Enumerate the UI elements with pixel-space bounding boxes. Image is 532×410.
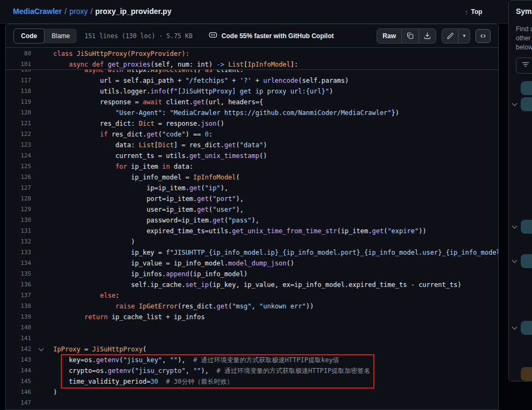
line-number[interactable]: 137 xyxy=(6,290,31,301)
edit-dropdown-caret[interactable]: ▾ xyxy=(459,29,470,43)
line-number[interactable]: 145 xyxy=(6,376,31,387)
gutter-fold-slot xyxy=(31,398,53,408)
copy-icon[interactable] xyxy=(402,29,419,43)
gutter-fold-slot xyxy=(31,129,53,140)
symbols-filter-button[interactable] xyxy=(516,57,532,74)
symbol-chevron-spacer xyxy=(513,372,516,376)
scroll-to-top-button[interactable]: ↑ Top xyxy=(465,6,483,18)
code-line-text: ip=ip_item.get("ip"), xyxy=(53,183,228,193)
code-line-row: 80class JiSuHttpProxy(ProxyProvider): xyxy=(6,48,498,59)
highlight-annotation-box xyxy=(61,354,374,389)
symbols-panel-description-line: below or in the code. xyxy=(516,43,532,52)
line-number[interactable]: 140 xyxy=(6,322,31,333)
line-number[interactable]: 127 xyxy=(6,183,31,193)
fold-chevron-icon[interactable] xyxy=(39,346,44,351)
code-line-row: 133 ip_key = f"JISUHTTP_{ip_info_model.i… xyxy=(6,247,498,258)
line-number[interactable]: 146 xyxy=(6,387,31,398)
gutter-fold-slot xyxy=(31,204,53,215)
line-number[interactable]: 126 xyxy=(6,172,31,183)
symbols-panel-icon[interactable] xyxy=(476,29,491,43)
line-number[interactable]: 136 xyxy=(6,279,31,290)
line-number[interactable]: 129 xyxy=(6,204,31,215)
gutter-fold-slot xyxy=(31,193,53,204)
line-number[interactable]: 117 xyxy=(6,75,31,86)
line-number[interactable]: 138 xyxy=(6,301,31,312)
line-number[interactable]: 133 xyxy=(6,247,31,258)
gutter-fold-slot xyxy=(31,172,53,183)
symbol-list-item xyxy=(513,254,532,268)
code-line-text: url = self.api_path + "/fetchips" + '?' … xyxy=(53,75,349,86)
gutter-fold-slot xyxy=(31,59,53,70)
line-number[interactable]: 124 xyxy=(6,150,31,161)
line-number[interactable]: 134 xyxy=(6,258,31,269)
code-line-row: 124 current_ts = utils.get_unix_timestam… xyxy=(6,150,498,161)
code-line-row: 125 for ip_item in data: xyxy=(6,161,498,172)
breadcrumb-repo-link[interactable]: MediaCrawler xyxy=(13,7,62,16)
code-line-row: 130 password=ip_item.get("pass"), xyxy=(6,215,498,226)
line-number[interactable]: 128 xyxy=(6,193,31,204)
file-info-text: 151 lines (130 loc) · 5.75 KB xyxy=(84,32,193,40)
line-number[interactable]: 101 xyxy=(6,59,31,70)
code-line-row: 146) xyxy=(6,387,498,398)
line-number[interactable]: 125 xyxy=(6,161,31,172)
line-number[interactable]: 132 xyxy=(6,236,31,247)
symbol-chevron-icon[interactable] xyxy=(512,101,517,106)
toolbar-actions: Raw xyxy=(377,28,494,44)
gutter-fold-slot xyxy=(31,387,53,398)
line-number[interactable]: 147 xyxy=(6,398,31,408)
line-number[interactable]: 80 xyxy=(6,48,31,59)
code-line-row: 120 "User-Agent": "MediaCrawler https://… xyxy=(6,107,498,118)
gutter-fold-slot xyxy=(31,161,53,172)
code-line-row: 126 ip_info_model = IpInfoModel( xyxy=(6,172,498,183)
line-number[interactable]: 139 xyxy=(6,312,31,322)
line-number[interactable]: 118 xyxy=(6,86,31,97)
symbol-chip[interactable] xyxy=(521,367,532,381)
copilot-icon xyxy=(209,31,217,41)
tab-blame[interactable]: Blame xyxy=(45,28,77,44)
line-number[interactable]: 135 xyxy=(6,269,31,279)
line-number[interactable]: 143 xyxy=(6,355,31,365)
gutter-fold-slot xyxy=(31,355,53,365)
copilot-banner[interactable]: Code 55% faster with GitHub Copilot xyxy=(209,31,334,41)
gutter-fold-slot xyxy=(31,322,53,333)
line-number[interactable]: 123 xyxy=(6,140,31,150)
gutter-fold-slot xyxy=(31,48,53,59)
code-line-text: res_dict: Dict = response.json() xyxy=(53,118,224,129)
gutter-fold-slot xyxy=(31,236,53,247)
line-number[interactable]: 130 xyxy=(6,215,31,226)
code-line-text: current_ts = utils.get_unix_timestamp() xyxy=(53,150,267,161)
line-number[interactable]: 141 xyxy=(6,333,31,344)
symbol-chip[interactable] xyxy=(521,254,532,268)
symbol-chevron-icon[interactable] xyxy=(512,224,517,229)
download-icon[interactable] xyxy=(419,29,436,43)
code-line-row: 119 response = await client.get(url, hea… xyxy=(6,97,498,107)
symbol-chip[interactable] xyxy=(521,97,532,111)
code-line-row: 101 async def get_proxies(self, num: int… xyxy=(6,59,498,70)
line-number[interactable]: 122 xyxy=(6,129,31,140)
code-line-row: 139 return ip_cache_list + ip_infos xyxy=(6,312,498,322)
breadcrumb-separator: / xyxy=(62,7,69,16)
code-line-text: response = await client.get(url, headers… xyxy=(53,97,263,107)
line-number[interactable]: 119 xyxy=(6,97,31,107)
code-line-text: user=ip_item.get("user"), xyxy=(53,204,244,215)
edit-pencil-icon[interactable] xyxy=(442,29,459,43)
symbol-chip[interactable] xyxy=(521,220,532,234)
line-number[interactable]: 131 xyxy=(6,226,31,236)
breadcrumb-folder-link[interactable]: proxy xyxy=(69,7,88,16)
raw-copy-download-group: Raw xyxy=(377,28,436,44)
tab-code[interactable]: Code xyxy=(13,28,45,44)
filter-icon xyxy=(522,61,529,70)
symbol-chip[interactable] xyxy=(521,81,532,95)
symbol-chip[interactable] xyxy=(521,321,532,335)
line-number[interactable]: 121 xyxy=(6,118,31,129)
file-toolbar: Code Blame 151 lines (130 loc) · 5.75 KB… xyxy=(6,24,498,48)
gutter-fold-slot xyxy=(31,365,53,376)
line-number[interactable]: 120 xyxy=(6,107,31,118)
symbol-chevron-icon[interactable] xyxy=(512,258,517,263)
gutter-fold-slot xyxy=(31,312,53,322)
symbol-chevron-icon[interactable] xyxy=(512,325,517,330)
line-number[interactable]: 144 xyxy=(6,365,31,376)
line-number[interactable]: 142 xyxy=(6,344,31,355)
code-line-row: 117 url = self.api_path + "/fetchips" + … xyxy=(6,75,498,86)
raw-button[interactable]: Raw xyxy=(377,29,402,43)
